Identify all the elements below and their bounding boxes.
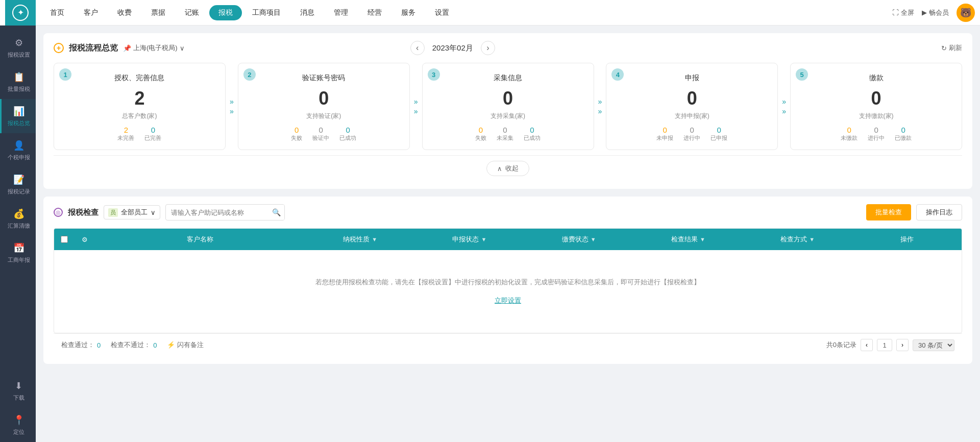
sidebar-item-batch-tax[interactable]: 📋 批量报税 — [0, 65, 36, 99]
filter-icon-4[interactable]: ▼ — [700, 236, 705, 242]
filter-icon-3[interactable]: ▼ — [591, 236, 596, 242]
stat-declared-4[interactable]: 0 已申报 — [710, 126, 727, 142]
batch-check-button[interactable]: 批量检查 — [866, 204, 911, 220]
step-title-1: 授权、完善信息 — [62, 73, 217, 83]
sidebar-item-location[interactable]: 📍 定位 — [0, 408, 36, 442]
next-page-button[interactable]: › — [896, 339, 909, 351]
setup-link[interactable]: 立即设置 — [495, 297, 521, 304]
stat-success-3[interactable]: 0 已成功 — [524, 126, 541, 142]
nav-tax[interactable]: 报税 — [209, 5, 242, 20]
refresh-icon: ↻ — [941, 44, 947, 52]
step-title-4: 申报 — [614, 73, 770, 83]
nav-customer[interactable]: 客户 — [75, 5, 107, 20]
nav-service[interactable]: 服务 — [392, 5, 425, 20]
fullscreen-label: 全屏 — [901, 8, 914, 17]
stat-unpaid-5[interactable]: 0 未缴款 — [841, 126, 857, 142]
nav-operation[interactable]: 经营 — [358, 5, 391, 20]
stat-inprogress-4[interactable]: 0 进行中 — [683, 126, 700, 142]
staff-chevron-icon: ∨ — [151, 209, 156, 216]
step-count-4: 0 — [614, 88, 770, 109]
stat-paying-5[interactable]: 0 进行中 — [868, 126, 885, 142]
sidebar-item-tax-settings[interactable]: ⚙ 报税设置 — [0, 31, 36, 65]
sidebar-item-tax-overview[interactable]: 📊 报税总览 — [0, 99, 36, 133]
prev-month-button[interactable]: ‹ — [410, 41, 425, 55]
stat-fail-2[interactable]: 0 失败 — [291, 126, 302, 142]
select-all-checkbox[interactable] — [61, 236, 68, 243]
sidebar-item-personal-tax[interactable]: 👤 个税申报 — [0, 133, 36, 167]
nav-message[interactable]: 消息 — [291, 5, 324, 20]
nav-invoice[interactable]: 票据 — [142, 5, 175, 20]
stat-undeclared-4-label: 未申报 — [656, 134, 673, 142]
member-button[interactable]: ▶ 畅会员 — [922, 8, 949, 17]
process-steps-container: 1 授权、完善信息 2 总客户数(家) 2 未完善 0 已完善 — [54, 63, 962, 150]
stat-success-2[interactable]: 0 已成功 — [339, 126, 356, 142]
next-month-button[interactable]: › — [481, 41, 495, 55]
stat-fail-3[interactable]: 0 失败 — [475, 126, 486, 142]
sidebar-item-tax-records[interactable]: 📝 报税记录 — [0, 167, 36, 202]
nav-fee[interactable]: 收费 — [108, 5, 141, 20]
nav-bookkeeping[interactable]: 记账 — [176, 5, 208, 20]
sidebar-label-annual-settlement: 汇算清缴 — [8, 222, 30, 230]
sidebar-item-annual-report[interactable]: 📅 工商年报 — [0, 236, 36, 270]
top-navigation: ✦ 首页 客户 收费 票据 记账 报税 工商项目 消息 管理 经营 服务 设置 … — [0, 0, 980, 26]
arrow-1: » » — [226, 97, 238, 115]
stat-incomplete[interactable]: 2 未完善 — [117, 126, 134, 142]
pass-count-link[interactable]: 0 — [97, 341, 101, 349]
nav-business[interactable]: 工商项目 — [243, 5, 290, 20]
stat-complete[interactable]: 0 已完善 — [144, 126, 161, 142]
collapse-button[interactable]: ∧ 收起 — [486, 161, 529, 176]
per-page-select[interactable]: 30 条/页 — [913, 339, 954, 351]
batch-tax-icon: 📋 — [13, 71, 25, 83]
process-card-title: 报税流程总览 — [69, 43, 118, 54]
location-selector[interactable]: 📌 上海(电子税局) ∨ — [123, 43, 185, 53]
stat-unpaid-5-num: 0 — [841, 126, 857, 134]
stat-uncollected-3[interactable]: 0 未采集 — [497, 126, 513, 142]
stat-verifying-2[interactable]: 0 验证中 — [312, 126, 329, 142]
annual-report-icon: 📅 — [13, 242, 25, 254]
refresh-button[interactable]: ↻ 刷新 — [941, 43, 962, 53]
filter-icon-2[interactable]: ▼ — [481, 236, 486, 242]
nav-items: 首页 客户 收费 票据 记账 报税 工商项目 消息 管理 经营 服务 设置 — [41, 5, 892, 20]
settings-icon[interactable]: ⚙ — [82, 236, 88, 243]
note-text: 闪有备注 — [177, 341, 204, 349]
check-card-header: ◎ 报税检查 员 全部员工 ∨ 🔍 批量检查 操作日志 — [54, 204, 962, 220]
stat-undeclared-4[interactable]: 0 未申报 — [656, 126, 673, 142]
table-header: ⚙ 客户名称 纳税性质 ▼ 申报状态 ▼ 缴费状态 ▼ — [54, 229, 962, 250]
mascot-avatar[interactable]: 🐻 — [957, 4, 975, 22]
add-icon: + — [54, 43, 64, 53]
sidebar-item-download[interactable]: ⬇ 下载 — [0, 374, 36, 408]
th-action: 操作 — [852, 229, 962, 250]
search-input[interactable] — [166, 206, 268, 219]
th-check-method: 检查方式 ▼ — [743, 229, 852, 250]
nav-home[interactable]: 首页 — [41, 5, 74, 20]
check-header-right: 批量检查 操作日志 — [866, 204, 962, 220]
stat-inprogress-4-label: 进行中 — [683, 134, 700, 142]
operation-log-button[interactable]: 操作日志 — [916, 204, 962, 220]
nav-right: ⛶ 全屏 ▶ 畅会员 🐻 — [892, 4, 975, 22]
fullscreen-button[interactable]: ⛶ 全屏 — [892, 8, 914, 17]
stat-declared-4-label: 已申报 — [710, 134, 727, 142]
fail-count-link[interactable]: 0 — [153, 341, 157, 349]
sidebar-label-annual-report: 工商年报 — [8, 256, 30, 264]
current-month: 2023年02月 — [432, 43, 473, 53]
filter-icon-1[interactable]: ▼ — [372, 236, 377, 242]
chevron-down-icon: ∨ — [180, 44, 185, 52]
stat-incomplete-label: 未完善 — [117, 134, 134, 142]
nav-management[interactable]: 管理 — [325, 5, 357, 20]
table-footer: 检查通过： 0 检查不通过： 0 ⚡ 闪有备注 共0条记录 ‹ 1 › — [54, 333, 962, 356]
staff-selector[interactable]: 员 全部员工 ∨ — [104, 205, 160, 219]
prev-page-button[interactable]: ‹ — [861, 339, 873, 351]
th-tax-type: 纳税性质 ▼ — [306, 229, 415, 250]
search-button[interactable]: 🔍 — [268, 205, 284, 220]
stat-fail-2-num: 0 — [291, 126, 302, 134]
sidebar-item-annual-settlement[interactable]: 💰 汇算清缴 — [0, 202, 36, 236]
filter-icon-5[interactable]: ▼ — [809, 236, 815, 242]
nav-settings[interactable]: 设置 — [426, 5, 458, 20]
th-fee-status: 缴费状态 ▼ — [524, 229, 633, 250]
stat-paid-5[interactable]: 0 已缴款 — [895, 126, 912, 142]
stat-paid-5-label: 已缴款 — [895, 134, 912, 142]
content-area: + 报税流程总览 📌 上海(电子税局) ∨ ‹ 2023年02月 › ↻ 刷新 — [36, 26, 980, 442]
step-card-3: 3 采集信息 0 支持采集(家) 0 失败 0 未采集 — [422, 63, 594, 150]
sidebar-bottom: ⬇ 下载 📍 定位 — [0, 374, 36, 442]
step-title-3: 采集信息 — [430, 73, 586, 83]
